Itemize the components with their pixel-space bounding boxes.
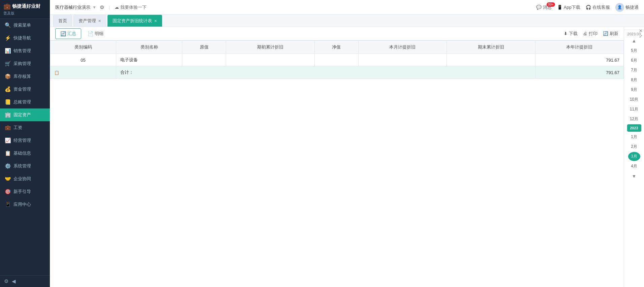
refresh-button[interactable]: 🔄 刷新 <box>603 31 618 37</box>
row-original-value <box>182 54 226 66</box>
purchase-icon: 🛒 <box>5 61 11 67</box>
enterprise-icon: 🤝 <box>5 176 11 182</box>
content-main: 🔄 汇总 📄 明细 ⬇ 下载 🖨 打印 <box>50 27 624 287</box>
summary-annual-depr: 791.67 <box>535 66 623 79</box>
month-11[interactable]: 11月 <box>627 105 641 114</box>
sidebar: 💼 畅捷通好业财 普及版 🔍 搜索菜单 ⚡ 快捷导航 📊 销售管理 🛒 采购管理… <box>0 0 50 287</box>
ledger-icon: 📒 <box>5 99 11 105</box>
subtab-summary[interactable]: 🔄 汇总 <box>55 28 81 39</box>
company-selector[interactable]: 医疗器械行业演示 ▼ <box>55 4 96 10</box>
search-icon: 🔍 <box>5 22 11 28</box>
subtab-bar: 🔄 汇总 📄 明细 ⬇ 下载 🖨 打印 <box>50 27 624 40</box>
download-icon: ⬇ <box>564 31 568 36</box>
print-icon: 🖨 <box>583 31 587 36</box>
month-2023-2[interactable]: 2月 <box>627 142 641 151</box>
col-header-initial-depr: 期初累计折旧 <box>226 41 314 54</box>
sidebar-item-sales[interactable]: 📊 销售管理 <box>0 44 50 57</box>
inventory-icon: 📦 <box>5 73 11 79</box>
message-button[interactable]: 💬 消息 99+ <box>536 4 552 10</box>
row-annual-depr: 791.67 <box>535 54 623 66</box>
month-6[interactable]: 6月 <box>627 56 641 65</box>
company-dropdown-icon: ▼ <box>92 5 96 10</box>
month-10[interactable]: 10月 <box>627 95 641 104</box>
sidebar-item-app-center[interactable]: 📱 应用中心 <box>0 198 50 211</box>
online-service-button[interactable]: 🎧 在线客服 <box>586 4 610 10</box>
message-badge: 99+ <box>547 2 555 7</box>
sales-icon: 📊 <box>5 48 11 54</box>
main-area: 医疗器械行业演示 ▼ ⚙ | ☁ 我要体验一下 💬 消息 99+ 📱 App下载… <box>50 0 644 287</box>
sidebar-item-purchase[interactable]: 🛒 采购管理 <box>0 57 50 70</box>
cloud-icon: ☁ <box>115 5 119 10</box>
app-download-button[interactable]: 📱 App下载 <box>557 4 580 10</box>
subtab-left: 🔄 汇总 📄 明细 <box>55 28 109 39</box>
sidebar-item-fixed-assets[interactable]: 🏢 固定资产 <box>0 108 50 121</box>
company-name: 医疗器械行业演示 <box>55 4 90 10</box>
sidebar-item-salary[interactable]: 💼 工资 <box>0 121 50 134</box>
side-panel-expand-button[interactable]: ⤢ <box>639 34 643 39</box>
sidebar-item-ledger[interactable]: 📒 总账管理 <box>0 96 50 108</box>
fixed-assets-icon: 🏢 <box>5 112 11 118</box>
collapse-button[interactable]: ◀ <box>12 278 16 284</box>
tab-asset-mgmt-close[interactable]: ✕ <box>98 19 101 23</box>
settings-button[interactable]: ⚙ <box>4 278 8 284</box>
summary-icon: 🔄 <box>60 31 66 36</box>
sidebar-item-basic-info[interactable]: 📋 基础信息 <box>0 147 50 160</box>
col-header-code: 类别编码 <box>50 41 116 54</box>
col-header-annual-depr: 本年计提折旧 <box>535 41 623 54</box>
sidebar-item-inventory[interactable]: 📦 库存核算 <box>0 70 50 83</box>
system-icon: ⚙️ <box>5 163 11 169</box>
col-header-period-end-depr: 期末累计折旧 <box>447 41 535 54</box>
side-calendar-panel: ✕ ⤢ 2023.03 ▲ 5月 6月 7月 8月 9月 10月 11月 12月… <box>624 27 644 287</box>
month-12[interactable]: 12月 <box>627 115 641 124</box>
basic-info-icon: 📋 <box>5 150 11 156</box>
col-header-original-value: 原值 <box>182 41 226 54</box>
month-7[interactable]: 7月 <box>627 66 641 75</box>
sidebar-menu: 🔍 搜索菜单 ⚡ 快捷导航 📊 销售管理 🛒 采购管理 📦 库存核算 💰 资金管… <box>0 19 50 275</box>
row-code: 05 <box>50 54 116 66</box>
subtab-right: ⬇ 下载 🖨 打印 🔄 刷新 <box>564 31 618 37</box>
side-panel-nav-up[interactable]: ▲ <box>631 37 638 45</box>
month-2023-4[interactable]: 4月 <box>627 162 641 171</box>
print-button[interactable]: 🖨 打印 <box>583 31 597 37</box>
sidebar-item-operations[interactable]: 📈 经营管理 <box>0 134 50 147</box>
user-profile[interactable]: 👤 畅捷通 <box>615 3 639 12</box>
app-center-icon: 📱 <box>5 201 11 208</box>
row-period-end-depr <box>447 54 535 66</box>
experience-button[interactable]: ☁ 我要体验一下 <box>115 4 147 10</box>
row-initial-depr <box>226 54 314 66</box>
avatar: 👤 <box>615 3 624 12</box>
subtab-detail[interactable]: 📄 明细 <box>83 28 109 39</box>
capital-icon: 💰 <box>5 86 11 92</box>
sidebar-item-guide[interactable]: 🎯 新手引导 <box>0 185 50 198</box>
guide-icon: 🎯 <box>5 189 11 195</box>
year-2023-label: 2023 <box>627 124 641 132</box>
tab-depreciation-table[interactable]: 固定资产折旧统计表 ✕ <box>108 15 162 27</box>
sidebar-item-capital[interactable]: 💰 资金管理 <box>0 83 50 96</box>
app-logo-sub: 普及版 <box>3 11 14 16</box>
sidebar-item-enterprise[interactable]: 🤝 企业协同 <box>0 172 50 185</box>
tab-asset-mgmt[interactable]: 资产管理 ✕ <box>73 15 106 27</box>
summary-icon-cell: 📋 <box>50 66 116 79</box>
sidebar-item-quick-nav[interactable]: ⚡ 快捷导航 <box>0 32 50 44</box>
col-header-net-value: 净值 <box>314 41 358 54</box>
side-panel-nav-down[interactable]: ▼ <box>631 172 638 180</box>
sidebar-item-search[interactable]: 🔍 搜索菜单 <box>0 19 50 32</box>
month-5[interactable]: 5月 <box>627 46 641 55</box>
tab-depreciation-close[interactable]: ✕ <box>154 19 157 23</box>
tab-home[interactable]: 首页 <box>53 15 72 27</box>
company-settings-icon[interactable]: ⚙ <box>100 4 104 10</box>
download-icon: 📱 <box>557 5 562 10</box>
tabbar: 首页 资产管理 ✕ 固定资产折旧统计表 ✕ <box>50 15 644 27</box>
month-8[interactable]: 8月 <box>627 75 641 85</box>
table-row: 05 电子设备 791.67 <box>50 54 624 66</box>
summary-label: 合计： <box>116 66 535 79</box>
col-header-name: 类别名称 <box>116 41 182 54</box>
sidebar-bottom: ⚙ ◀ <box>0 275 50 287</box>
topbar-right: 💬 消息 99+ 📱 App下载 🎧 在线客服 👤 畅捷通 <box>536 3 639 12</box>
month-2023-1[interactable]: 1月 <box>627 132 641 141</box>
month-2023-3[interactable]: 3月 <box>628 152 640 161</box>
month-9[interactable]: 9月 <box>627 85 641 94</box>
download-button[interactable]: ⬇ 下载 <box>564 31 578 37</box>
sidebar-item-system[interactable]: ⚙️ 系统管理 <box>0 160 50 172</box>
side-panel-close-button[interactable]: ✕ <box>639 28 643 33</box>
